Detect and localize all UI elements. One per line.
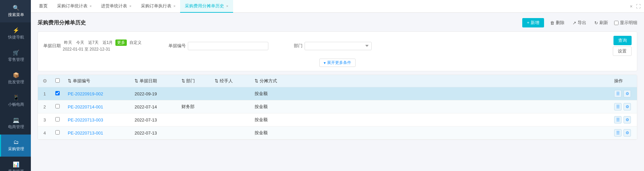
filter-row-1: 单据日期 昨天 今天 近7天 近1月 更多 自定义 2022-01-01 至 2… — [43, 36, 632, 56]
settings-cog-icon[interactable]: ⚙ — [43, 78, 47, 84]
more-btn[interactable]: 更多 — [115, 39, 127, 46]
show-cols-checkbox[interactable]: 显示明细 — [614, 20, 637, 26]
sidebar-icon-ecommerce: 💻 — [1, 117, 31, 123]
maximize-icon[interactable]: ⛶ — [636, 4, 641, 9]
expand-conditions-button[interactable]: ▾ 展开更多条件 — [319, 59, 356, 67]
view-btn-4[interactable]: ☰ — [614, 129, 622, 137]
tab-bar: 首页采购订单统计表×进货单统计表×采购订单执行表×采购费用分摊单历史× × ⛶ — [31, 0, 644, 13]
row-bill-no-1[interactable]: PE-20220919-002 — [64, 87, 130, 100]
today-btn[interactable]: 今天 — [75, 39, 86, 46]
tab-home[interactable]: 首页 — [34, 0, 52, 13]
expand-row: ▾ 展开更多条件 — [43, 59, 632, 67]
tab-incoming-stat[interactable]: 进货单统计表× — [96, 0, 136, 13]
more-btn-2[interactable]: ⚙ — [624, 103, 631, 110]
row-bill-no-2[interactable]: PE-20220714-001 — [64, 100, 130, 113]
row-checkbox-input-3[interactable] — [55, 117, 60, 121]
yesterday-btn[interactable]: 昨天 — [63, 39, 73, 46]
tab-label-purchase-cost-history: 采购费用分摊单历史 — [185, 3, 224, 9]
sidebar-icon-search: 🔍 — [1, 5, 31, 11]
row-actions-1: ☰ ⚙ — [610, 87, 637, 100]
dept-select[interactable]: 财务部 — [305, 42, 372, 50]
row-bill-date-3: 2022-07-13 — [130, 113, 177, 126]
view-btn-1[interactable]: ☰ — [614, 90, 622, 97]
row-bill-date-2: 2022-07-14 — [130, 100, 177, 113]
sidebar-item-search[interactable]: 🔍搜索菜单 — [0, 0, 31, 22]
delete-button[interactable]: 🗑 删除 — [548, 18, 567, 27]
export-button[interactable]: ↗ 导出 — [571, 18, 588, 27]
more-btn-4[interactable]: ⚙ — [624, 129, 631, 137]
row-actions-2: ☰ ⚙ — [610, 100, 637, 113]
sidebar-label-shortcut: 快捷导航 — [8, 35, 24, 39]
row-dept-4 — [177, 126, 211, 140]
select-all-checkbox[interactable] — [55, 78, 60, 83]
row-handler-3 — [211, 113, 251, 126]
more-btn-1[interactable]: ⚙ — [624, 90, 631, 97]
settings-filter-button[interactable]: 设置 — [613, 47, 632, 56]
op-icons-2: ☰ ⚙ — [614, 103, 633, 110]
date-range-display: 2022-01-01 至 2022-12-31 — [63, 47, 143, 52]
row-handler-1 — [211, 87, 251, 100]
header-actions: + 新增 🗑 删除 ↗ 导出 ↻ 刷新 显示明细 — [522, 18, 637, 27]
tab-close-purchase-cost-history[interactable]: × — [226, 4, 228, 8]
1month-btn[interactable]: 近1月 — [101, 39, 114, 46]
more-btn-3[interactable]: ⚙ — [624, 116, 631, 123]
sidebar: 🔍搜索菜单⚡快捷导航🛒零售管理📦批发管理📱小畅电商💻电商管理🗂采购管理📊库存核算… — [0, 0, 31, 171]
view-btn-2[interactable]: ☰ — [614, 103, 622, 110]
col-handler: ⇅ 经手人 — [211, 75, 251, 87]
table-header-row: ⚙ ⇅ 单据编号 ⇅ 单据日期 ⇅ 部门 — [38, 75, 637, 87]
row-bill-date-1: 2022-09-19 — [130, 87, 177, 100]
col-split-method: ⇅ 分摊方式 — [251, 75, 610, 87]
7days-btn[interactable]: 近7天 — [87, 39, 100, 46]
row-checkbox-input-2[interactable] — [55, 104, 60, 108]
add-button[interactable]: + 新增 — [522, 18, 544, 27]
bill-no-input[interactable] — [188, 42, 268, 50]
row-checkbox-input-4[interactable] — [55, 130, 60, 135]
dept-filter: 部门 财务部 — [294, 42, 607, 50]
close-window-icon[interactable]: × — [630, 4, 633, 9]
tab-close-purchase-order-stat[interactable]: × — [90, 4, 92, 8]
sidebar-item-ecommerce[interactable]: 💻电商管理 — [0, 112, 31, 135]
sidebar-item-mini[interactable]: 📱小畅电商 — [0, 90, 31, 112]
row-split-method-4: 按金额 — [251, 126, 610, 140]
search-button[interactable]: 查询 — [613, 36, 632, 45]
row-dept-1 — [177, 87, 211, 100]
sidebar-item-wholesale[interactable]: 📦批发管理 — [0, 67, 31, 90]
sidebar-item-retail[interactable]: 🛒零售管理 — [0, 45, 31, 67]
table-row: 3 PE-20220713-003 2022-07-13 按金额 ☰ ⚙ — [38, 113, 637, 126]
tab-close-purchase-order-exec[interactable]: × — [173, 4, 175, 8]
tab-purchase-cost-history[interactable]: 采购费用分摊单历史× — [180, 0, 233, 13]
row-split-method-1: 按金额 — [251, 87, 610, 100]
sidebar-item-purchase[interactable]: 🗂采购管理 — [0, 135, 31, 157]
row-bill-no-4[interactable]: PE-20220713-001 — [64, 126, 130, 140]
sidebar-label-inventory: 库存核算 — [8, 169, 24, 171]
sidebar-icon-mini: 📱 — [1, 94, 31, 101]
tab-close-incoming-stat[interactable]: × — [129, 4, 131, 8]
row-num-3: 3 — [38, 113, 51, 126]
sidebar-label-mini: 小畅电商 — [8, 102, 24, 107]
delete-icon: 🗑 — [550, 20, 554, 25]
row-checkbox-3 — [51, 113, 64, 126]
bill-no-label: 单据编号 — [168, 43, 186, 49]
page-content: 采购费用分摊单历史 + 新增 🗑 删除 ↗ 导出 ↻ 刷新 显示明细 — [31, 13, 644, 171]
tab-purchase-order-exec[interactable]: 采购订单执行表× — [136, 0, 180, 13]
col-checkbox — [51, 75, 64, 87]
row-bill-no-3[interactable]: PE-20220713-003 — [64, 113, 130, 126]
sidebar-item-inventory[interactable]: 📊库存核算 — [0, 157, 31, 171]
refresh-button[interactable]: ↻ 刷新 — [592, 18, 610, 27]
tab-purchase-order-stat[interactable]: 采购订单统计表× — [52, 0, 96, 13]
row-checkbox-1 — [51, 87, 64, 100]
sidebar-icon-wholesale: 📦 — [1, 72, 31, 78]
sidebar-item-shortcut[interactable]: ⚡快捷导航 — [0, 22, 31, 45]
custom-btn[interactable]: 自定义 — [128, 39, 143, 46]
op-icons-4: ☰ ⚙ — [614, 129, 633, 137]
tab-bar-right: × ⛶ — [630, 4, 641, 9]
sidebar-icon-shortcut: ⚡ — [1, 27, 31, 33]
row-checkbox-input-1[interactable] — [55, 91, 60, 95]
row-checkbox-4 — [51, 126, 64, 140]
row-handler-2 — [211, 100, 251, 113]
view-btn-3[interactable]: ☰ — [614, 116, 622, 123]
show-cols-input[interactable] — [614, 21, 619, 25]
sidebar-label-wholesale: 批发管理 — [8, 80, 24, 84]
export-icon: ↗ — [573, 20, 576, 25]
col-dept: ⇅ 部门 — [177, 75, 211, 87]
